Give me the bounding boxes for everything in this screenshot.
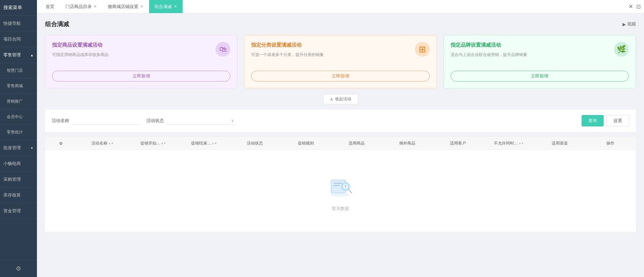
category-card-title: 指定分类设置满减活动 [251,42,429,48]
data-table: ⚙ 活动名称 ▲▼ 促销开始... ▲▼ 促销结束... ▲▼ 活动状态 [45,137,636,232]
sort-icon: ▲▼ [212,142,217,145]
sidebar-item-member-center[interactable]: 会员中心 [0,109,37,125]
sidebar-item-retail-mall[interactable]: 零售商城 [0,78,37,94]
tab-bar: 首页 门店商品目录 ✕ 微商城店铺设置 ✕ 组合满减 ✕ ✕ ⊡ [37,0,644,13]
product-card-desc: 可指定滞销商品或库存较多商品 [52,52,230,66]
sidebar-item-project-contract[interactable]: 项目合同 [0,32,37,47]
sidebar-item-xiaochang-ecom[interactable]: 小畅电商 [0,156,37,172]
category-card-icon: ⊞ [415,42,430,57]
activity-status-field: 活动状态 ∨ [146,117,234,125]
chevron-down-icon: ▼ [30,146,34,150]
tab-wechat-shop[interactable]: 微商城店铺设置 ✕ [102,0,149,13]
activity-name-field: 活动名称 [52,117,140,125]
th-applicable-goods: 适用商品 [331,141,382,146]
video-link[interactable]: ▶ 视频 [623,21,636,27]
sidebar: 搜索菜单 快捷导航 项目合同 零售管理 ▲ 智慧门店 零售商城 营销推广 会员中… [0,0,37,277]
promo-cards-row: 🛍 指定商品设置满减活动 可指定滞销商品或库存较多商品 立即新增 ⊞ 指定分类设… [45,35,636,89]
settings-icon[interactable]: ⚙ [16,265,21,272]
search-buttons: 查询 设置 [582,115,629,126]
tab-close-store-catalog[interactable]: ✕ [94,4,97,9]
th-activity-status: 活动状态 [230,141,280,146]
collapse-activity-button[interactable]: ∧ 收起活动 [323,94,358,104]
tab-store-catalog[interactable]: 门店商品目录 ✕ [60,0,102,13]
sidebar-item-retail-stats[interactable]: 零售统计 [0,125,37,140]
th-not-allow-same-time[interactable]: 不允许同时... ▲▼ [484,141,534,146]
sidebar-search[interactable]: 搜索菜单 [0,0,37,16]
tab-close-wechat-shop[interactable]: ✕ [140,4,143,9]
page-header: 组合满减 ▶ 视频 [45,20,636,28]
main-area: 首页 门店商品目录 ✕ 微商城店铺设置 ✕ 组合满减 ✕ ✕ ⊡ 组合满减 ▶ … [37,0,644,277]
product-card-add-button[interactable]: 立即新增 [52,71,230,81]
sidebar-item-quick-nav[interactable]: 快捷导航 [0,16,37,32]
sidebar-item-inventory[interactable]: 库存核算 [0,187,37,203]
svg-line-8 [349,189,352,193]
tab-close-combo-discount[interactable]: ✕ [174,4,177,9]
th-exception-goods: 例外商品 [382,141,432,146]
th-applicable-customer: 适用客户 [433,141,484,146]
empty-illustration [324,170,357,200]
sidebar-item-finance-mgmt[interactable]: 资金管理 [0,203,37,219]
brand-card-icon: 🌿 [614,42,629,57]
sidebar-item-retail-mgmt[interactable]: 零售管理 ▲ [0,47,37,63]
th-activity-name[interactable]: 活动名称 ▲▼ [77,141,128,146]
svg-rect-4 [333,185,339,186]
th-applicable-channel: 适用渠道 [534,141,585,146]
chevron-up-icon: ▲ [30,53,34,57]
category-card-add-button[interactable]: 立即新增 [251,71,429,81]
sidebar-footer: ⚙ [0,260,37,277]
product-card-title: 指定商品设置满减活动 [52,42,230,48]
tab-combo-discount[interactable]: 组合满减 ✕ [149,0,183,13]
sidebar-item-smart-store[interactable]: 智慧门店 [0,63,37,78]
play-icon: ▶ [623,22,626,27]
page-title: 组合满减 [45,20,69,28]
svg-rect-3 [333,183,342,184]
chevron-down-icon: ∨ [231,118,234,123]
brand-card-desc: 适合与上游企业联合做营销，提升品牌销量 [451,52,629,66]
th-settings[interactable]: ⚙ [45,141,77,146]
sidebar-item-marketing[interactable]: 营销推广 [0,94,37,109]
chevron-up-icon: ∧ [330,97,333,102]
th-promo-rule: 促销规则 [280,141,331,146]
sort-icon: ▲▼ [108,142,114,145]
collapse-bar: ∧ 收起活动 [45,94,636,104]
brand-card-add-button[interactable]: 立即新增 [451,71,629,81]
sort-icon: ▲▼ [518,142,524,145]
empty-text: 暂无数据 [332,206,349,212]
query-button[interactable]: 查询 [582,115,604,126]
tab-actions: ✕ ⊡ [629,3,641,10]
th-promo-start[interactable]: 促销开始... ▲▼ [128,141,179,146]
activity-name-input[interactable] [73,117,140,125]
activity-status-label: 活动状态 [146,118,164,124]
brand-card-title: 指定品牌设置满减活动 [451,42,629,48]
activity-name-label: 活动名称 [52,118,69,124]
page-content: 组合满减 ▶ 视频 🛍 指定商品设置满减活动 可指定滞销商品或库存较多商品 立即… [37,13,644,277]
settings-icon: ⚙ [59,141,63,146]
search-bar: 活动名称 活动状态 ∨ 查询 设置 [45,110,636,132]
th-promo-end[interactable]: 促销结束... ▲▼ [179,141,229,146]
setting-button[interactable]: 设置 [606,115,629,126]
sort-icon: ▲▼ [161,142,166,145]
category-card-desc: 可选一个或者多个分类，提升分类的销量 [251,52,429,66]
product-promo-card: 🛍 指定商品设置满减活动 可指定滞销商品或库存较多商品 立即新增 [45,35,237,89]
tab-home[interactable]: 首页 [40,0,60,13]
table-header: ⚙ 活动名称 ▲▼ 促销开始... ▲▼ 促销结束... ▲▼ 活动状态 [45,137,636,150]
brand-promo-card: 🌿 指定品牌设置满减活动 适合与上游企业联合做营销，提升品牌销量 立即新增 [444,35,636,89]
close-window-button[interactable]: ✕ [629,3,633,10]
activity-status-select[interactable]: ∨ [167,117,234,125]
product-card-icon: 🛍 [216,42,230,57]
sidebar-item-purchase-mgmt[interactable]: 采购管理 [0,172,37,187]
sidebar-item-wholesale-mgmt[interactable]: 批发管理 ▼ [0,140,37,156]
th-operation: 操作 [585,141,636,146]
svg-point-0 [331,193,350,197]
empty-state: 暂无数据 [45,150,636,232]
category-promo-card: ⊞ 指定分类设置满减活动 可选一个或者多个分类，提升分类的销量 立即新增 [244,35,436,89]
maximize-window-button[interactable]: ⊡ [636,3,641,10]
